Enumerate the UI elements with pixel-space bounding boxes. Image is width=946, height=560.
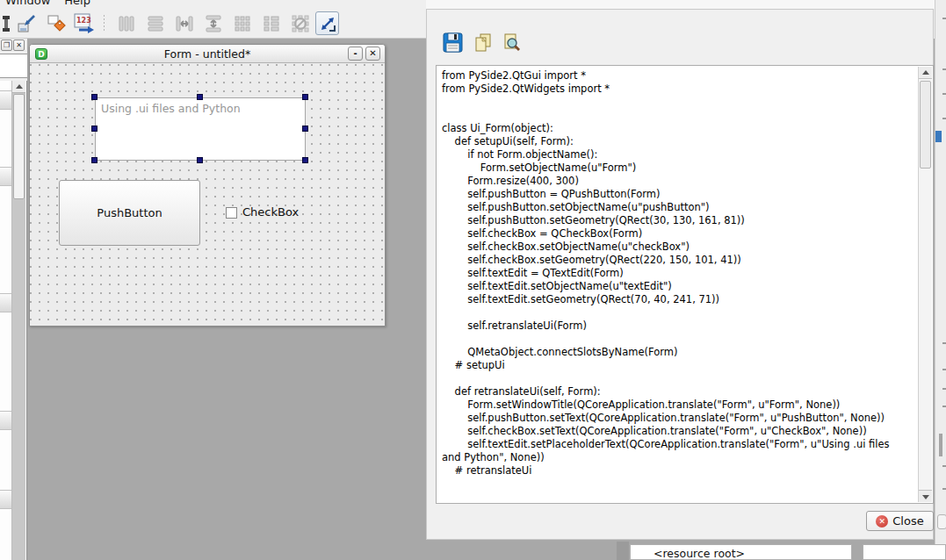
code-line: self.checkBox = QCheckBox(Form) <box>442 227 917 241</box>
widget-category-bar[interactable] <box>0 293 12 312</box>
layout-vertical-splitter-icon[interactable] <box>201 11 225 35</box>
resource-tree-panel[interactable]: <resource root> <box>630 544 852 560</box>
widget-category-bar[interactable] <box>0 411 12 430</box>
widget-category-bar[interactable] <box>0 167 12 186</box>
selection-handle[interactable] <box>197 94 203 100</box>
text-edit-placeholder: Using .ui files and Python <box>101 102 300 115</box>
code-line: self.textEdit.setPlaceholderText(QCoreAp… <box>442 438 917 451</box>
code-line: Form.setWindowTitle(QCoreApplication.tra… <box>442 398 917 412</box>
widget-box-list[interactable] <box>0 81 27 560</box>
toolbar-separator <box>103 14 105 32</box>
code-line <box>442 372 917 385</box>
dock-float-button[interactable]: ❐ <box>1 39 12 51</box>
code-preview-dialog: from PySide2.QtGui import *from PySide2.… <box>426 9 934 540</box>
designer-form-window: D Form - untitled* - ✕ Using .ui files a… <box>29 44 386 327</box>
tab-order-123-text: 123 <box>76 17 91 25</box>
right-panel-selection-mark <box>935 131 942 142</box>
break-layout-icon[interactable] <box>288 11 312 35</box>
code-line: def setupUi(self, Form): <box>442 135 917 148</box>
adjust-size-icon[interactable] <box>315 11 339 35</box>
code-line: self.textEdit.setObjectName(u"textEdit") <box>442 280 917 293</box>
menu-items: WindowHelp <box>5 0 105 7</box>
widget-box-scrollbar[interactable] <box>11 81 25 560</box>
code-line: self.textEdit = QTextEdit(Form) <box>442 267 917 280</box>
copy-icon[interactable] <box>473 32 494 54</box>
scroll-up-arrow-icon[interactable] <box>12 81 25 93</box>
form-close-button[interactable]: ✕ <box>365 47 380 61</box>
menu-item-window[interactable]: Window <box>5 0 50 7</box>
float-icon: ❐ <box>4 41 10 49</box>
dock-close-button[interactable]: ✕ <box>13 39 25 51</box>
edit-signals-slots-icon[interactable] <box>14 11 38 35</box>
text-edit-widget[interactable]: Using .ui files and Python <box>95 97 306 161</box>
code-line: self.retranslateUi(Form) <box>442 319 917 333</box>
code-line: QMetaObject.connectSlotsByName(Form) <box>442 346 917 359</box>
close-icon: ✕ <box>16 41 22 49</box>
selection-handle[interactable] <box>91 157 97 163</box>
code-line: self.pushButton = QPushButton(Form) <box>442 188 917 201</box>
right-panel-scroll-mark <box>939 434 942 456</box>
bottom-dark-strip <box>617 542 629 560</box>
minimize-icon: - <box>353 48 357 58</box>
close-icon: ✕ <box>369 48 376 58</box>
selection-handle[interactable] <box>302 157 308 163</box>
close-circle-icon: ✕ <box>876 515 888 528</box>
code-viewer[interactable]: from PySide2.QtGui import *from PySide2.… <box>436 65 934 504</box>
close-x-glyph: ✕ <box>879 517 886 526</box>
top-strip <box>426 0 946 9</box>
code-line: self.checkBox.setGeometry(QRect(220, 150… <box>442 254 917 267</box>
code-line: self.pushButton.setText(QCoreApplication… <box>442 412 917 425</box>
check-box-indicator[interactable] <box>226 207 237 219</box>
code-line: from PySide2.QtWidgets import * <box>442 83 917 96</box>
code-line <box>442 306 917 319</box>
edit-tab-order-icon[interactable]: 123 <box>72 11 96 35</box>
save-icon[interactable] <box>443 32 464 54</box>
code-line <box>442 333 917 346</box>
layout-horizontally-icon[interactable] <box>114 11 138 35</box>
scrollbar-thumb[interactable] <box>13 94 25 199</box>
code-line: class Ui_Form(object): <box>442 122 917 135</box>
code-line <box>442 109 917 122</box>
layout-vertically-icon[interactable] <box>143 11 167 35</box>
code-line: Form.setObjectName(u"Form") <box>442 162 917 175</box>
selection-handle[interactable] <box>302 94 308 100</box>
push-button-label: PushButton <box>97 206 162 219</box>
layout-form-icon[interactable] <box>259 11 283 35</box>
code-line: # setupUi <box>442 359 917 372</box>
code-line: # retranslateUi <box>442 464 917 477</box>
scrollbar-thumb[interactable] <box>920 81 931 169</box>
form-window-title: Form - untitled* <box>30 47 385 61</box>
main-toolbar: 123 <box>0 10 426 39</box>
layout-horizontal-splitter-icon[interactable] <box>172 11 196 35</box>
code-lines: from PySide2.QtGui import *from PySide2.… <box>437 67 917 502</box>
check-box-label[interactable]: CheckBox <box>242 205 299 219</box>
resource-list-panel[interactable] <box>863 544 946 560</box>
close-button[interactable]: ✕ Close <box>866 511 934 531</box>
code-line: def retranslateUi(self, Form): <box>442 385 917 398</box>
form-minimize-button[interactable]: - <box>348 47 363 61</box>
selection-handle[interactable] <box>302 126 308 132</box>
form-canvas[interactable]: Using .ui files and Python PushButton Ch… <box>30 63 385 326</box>
widget-category-bar[interactable] <box>0 90 12 110</box>
code-line: Form.resize(400, 300) <box>442 175 917 188</box>
code-line: self.checkBox.setText(QCoreApplication.t… <box>442 425 917 438</box>
scroll-down-arrow-icon[interactable] <box>919 490 932 502</box>
code-line: if not Form.objectName(): <box>442 148 917 162</box>
scroll-up-arrow-icon[interactable] <box>919 67 932 79</box>
resource-root-item[interactable]: <resource root> <box>654 547 745 560</box>
edit-buddies-icon[interactable] <box>44 11 68 35</box>
selection-handle[interactable] <box>197 157 203 163</box>
selection-handle[interactable] <box>91 126 97 132</box>
layout-grid-icon[interactable] <box>230 11 254 35</box>
code-scrollbar[interactable] <box>918 67 932 502</box>
push-button-widget[interactable]: PushButton <box>59 180 200 246</box>
edit-widgets-icon[interactable] <box>0 11 12 35</box>
right-panel-button-sliver[interactable] <box>937 514 946 529</box>
selection-handle[interactable] <box>91 94 97 100</box>
form-title-bar[interactable]: D Form - untitled* - ✕ <box>30 45 385 63</box>
close-button-label: Close <box>892 514 923 528</box>
widget-category-bar[interactable] <box>0 490 12 509</box>
code-line: from PySide2.QtGui import * <box>442 69 917 83</box>
menu-item-help[interactable]: Help <box>64 0 90 7</box>
find-icon[interactable] <box>502 32 523 54</box>
